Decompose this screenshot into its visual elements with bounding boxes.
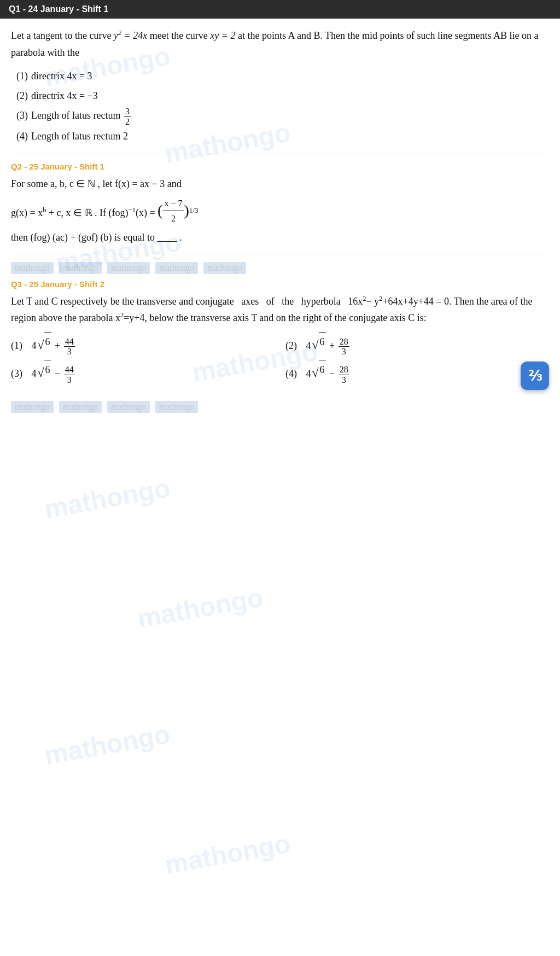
watermark-bg-8: mathongo xyxy=(162,828,293,879)
q3-opt3-num: (3) xyxy=(11,364,22,383)
q3-opt1-text: 4√6 + 443 xyxy=(32,332,76,357)
q1-option-3: (3) Length of latus rectum 32 xyxy=(16,106,549,126)
q1-opt1-text: directrix 4x = 3 xyxy=(31,66,92,86)
q1-option-1: (1) directrix 4x = 3 xyxy=(16,66,549,86)
wm-b2: mathongo xyxy=(59,401,102,413)
q1-opt4-text: Length of latus rectum 2 xyxy=(31,126,128,146)
wm-row-bottom: mathongo mathongo mathongo mathongo xyxy=(11,401,549,413)
q3-option-2: (2) 4√6 + 283 xyxy=(285,332,549,357)
wm-b4: mathongo xyxy=(155,401,198,413)
q3-opt1-num: (1) xyxy=(11,336,22,355)
wm-b3: mathongo xyxy=(107,401,150,413)
q2-body: For some a, b, c ∈ ℕ , let f(x) = ax − 3… xyxy=(11,176,549,246)
q1-option-4: (4) Length of latus rectum 2 xyxy=(16,126,549,146)
watermark-bg-6: mathongo xyxy=(135,582,265,633)
wm-5: mathongo xyxy=(203,262,246,274)
q1-opt1-num: (1) xyxy=(16,66,28,86)
header-bar: Q1 - 24 January - Shift 1 xyxy=(0,0,560,19)
wm-b1: mathongo xyxy=(11,401,54,413)
q3-opt4-text: 4√6 − 283 xyxy=(306,360,351,384)
q1-opt2-num: (2) xyxy=(16,86,28,106)
q3-opt2-num: (2) xyxy=(285,336,297,355)
wm-1: mathongo xyxy=(11,262,54,274)
q1-opt2-text: directrix 4x = −3 xyxy=(31,86,98,106)
q3-body: Let T and C respectively be the transver… xyxy=(11,293,549,327)
q1-opt3-num: (3) xyxy=(16,106,28,125)
watermark-bg-5: mathongo xyxy=(42,473,172,524)
q3-opt4-num: (4) xyxy=(285,364,297,383)
float-action-button[interactable]: ⅔ xyxy=(521,362,549,390)
q3-label: Q3 - 25 January - Shift 2 xyxy=(11,279,549,289)
watermark-bg-7: mathongo xyxy=(42,719,172,770)
q3-opt2-text: 4√6 + 283 xyxy=(306,332,351,357)
divider-2 xyxy=(11,254,549,254)
page-container: Q1 - 24 January - Shift 1 mathongo matho… xyxy=(0,0,560,937)
wm-row: mathongo mathongo mathongo mathongo math… xyxy=(11,262,549,274)
q1-opt4-num: (4) xyxy=(16,126,28,146)
q3-option-1: (1) 4√6 + 443 xyxy=(11,332,275,357)
q1-options: (1) directrix 4x = 3 (2) directrix 4x = … xyxy=(16,66,549,146)
wm-3: mathongo xyxy=(107,262,150,274)
q1-body: Let a tangent to the curve y2 = 24x meet… xyxy=(11,27,549,61)
q1-opt3-text: Length of latus rectum 32 xyxy=(31,106,132,126)
q3-opt3-text: 4√6 − 443 xyxy=(32,360,76,384)
header-title: Q1 - 24 January - Shift 1 xyxy=(9,4,108,14)
content-area: mathongo mathongo mathongo mathongo math… xyxy=(0,19,560,937)
q3-option-4: (4) 4√6 − 283 xyxy=(285,360,549,384)
q2-label: Q2 - 25 January - Shift 1 xyxy=(11,162,549,171)
wm-2: mathongo xyxy=(59,262,102,274)
q1-option-2: (2) directrix 4x = −3 xyxy=(16,86,549,106)
q3-options: (1) 4√6 + 443 (2) 4√6 + 283 (3) xyxy=(11,332,549,384)
divider-1 xyxy=(11,154,549,154)
q3-option-3: (3) 4√6 − 443 xyxy=(11,360,275,384)
wm-4: mathongo xyxy=(155,262,198,274)
float-btn-icon: ⅔ xyxy=(528,363,542,389)
